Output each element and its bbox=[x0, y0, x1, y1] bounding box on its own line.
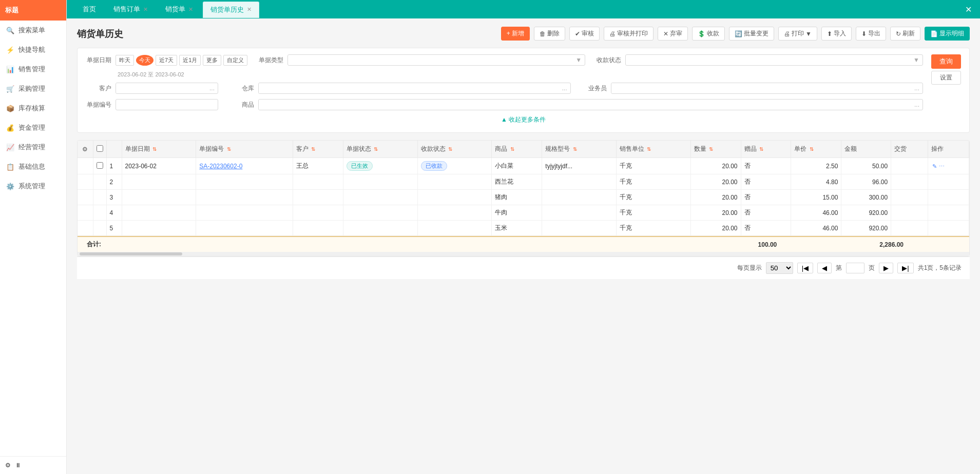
tab-sales-delivery-label: 销货单 bbox=[165, 5, 185, 14]
sidebar-item-purchase[interactable]: 🛒 采购管理 bbox=[0, 79, 66, 98]
review-print-button[interactable]: 🖨 审核并打印 bbox=[604, 27, 654, 41]
more-action[interactable]: ⋯ bbox=[939, 163, 945, 169]
abandon-button[interactable]: ✕ 弃审 bbox=[658, 27, 688, 41]
salesman-input[interactable] bbox=[611, 83, 911, 93]
tab-sales-history-close[interactable]: ✕ bbox=[247, 6, 252, 13]
page-first-btn[interactable]: |◀ bbox=[797, 263, 813, 273]
scrollbar-thumb[interactable] bbox=[80, 252, 182, 255]
pause-bottom-icon[interactable]: ⏸ bbox=[15, 462, 21, 469]
edit-action[interactable]: ✎ bbox=[932, 163, 937, 169]
print-dropdown-icon: ▼ bbox=[805, 30, 812, 37]
doc-no-link[interactable]: SA-20230602-0 bbox=[199, 163, 242, 170]
sidebar-item-sales[interactable]: 📊 销售管理 bbox=[0, 60, 66, 79]
row-price: 15.00 bbox=[791, 190, 841, 205]
customer-more-icon[interactable]: ... bbox=[206, 85, 218, 92]
page-last-btn[interactable]: ▶| bbox=[897, 263, 913, 273]
pay-status-label: 收款状态 bbox=[595, 56, 621, 65]
goods-input[interactable] bbox=[259, 100, 911, 110]
col-goods[interactable]: 商品 ⇅ bbox=[492, 141, 542, 158]
tab-sales-order[interactable]: 销售订单 ✕ bbox=[106, 1, 156, 17]
customer-input[interactable] bbox=[116, 83, 206, 93]
review-button[interactable]: ✔ 审核 bbox=[569, 27, 600, 41]
doc-type-input[interactable] bbox=[288, 55, 572, 65]
query-setting-area: 查询 设置 bbox=[931, 54, 961, 85]
horizontal-scrollbar[interactable] bbox=[78, 252, 969, 256]
date-btn-yesterday[interactable]: 昨天 bbox=[116, 55, 134, 66]
salesman-more-icon[interactable]: ... bbox=[911, 85, 923, 92]
collapse-button[interactable]: ▲ 收起更多条件 bbox=[499, 113, 548, 126]
settings-bottom-icon[interactable]: ⚙ bbox=[5, 462, 11, 469]
row-amount: 50.00 bbox=[841, 158, 891, 174]
col-price[interactable]: 单价 ⇅ bbox=[791, 141, 841, 158]
show-detail-icon: 📄 bbox=[930, 30, 938, 37]
sidebar-item-label: 库存核算 bbox=[18, 104, 45, 113]
page-prev-btn[interactable]: ◀ bbox=[817, 263, 832, 273]
per-page-select[interactable]: 50 100 200 bbox=[766, 262, 793, 274]
warehouse-input[interactable] bbox=[259, 83, 559, 93]
row-action: ✎⋯ bbox=[928, 158, 969, 174]
date-btn-1month[interactable]: 近1月 bbox=[179, 55, 201, 66]
footer-total-quantity: 100.00 bbox=[758, 241, 777, 248]
pay-status-input[interactable] bbox=[626, 55, 910, 65]
col-date[interactable]: 单据日期 ⇅ bbox=[122, 141, 196, 158]
sidebar-item-finance[interactable]: 💰 资金管理 bbox=[0, 118, 66, 137]
top-nav: 首页 销售订单 ✕ 销货单 ✕ 销货单历史 ✕ ✕ bbox=[67, 0, 980, 18]
col-pay-status[interactable]: 收款状态 ⇅ bbox=[417, 141, 492, 158]
sidebar-bottom: ⚙ ⏸ bbox=[0, 456, 66, 474]
row-goods: 小白菜 bbox=[492, 158, 542, 174]
doc-no-label: 单据编号 bbox=[86, 101, 111, 109]
row-pay-status: 已收款 bbox=[417, 158, 492, 174]
sidebar-item-search[interactable]: 🔍 搜索菜单 bbox=[0, 21, 66, 40]
col-spec[interactable]: 规格型号 ⇅ bbox=[542, 141, 617, 158]
row-spec bbox=[542, 205, 617, 221]
col-doc-no[interactable]: 单据编号 ⇅ bbox=[196, 141, 293, 158]
filter-panel: 单据日期 昨天 今天 近7天 近1月 更多 自定义 单据类型 bbox=[77, 48, 970, 133]
query-button[interactable]: 查询 bbox=[931, 54, 961, 69]
col-settings[interactable]: ⚙ bbox=[78, 141, 93, 158]
sidebar-item-basic-info[interactable]: 📋 基础信息 bbox=[0, 157, 66, 176]
tab-sales-history[interactable]: 销货单历史 ✕ bbox=[203, 2, 259, 18]
row-date bbox=[122, 205, 196, 221]
import-button[interactable]: ⬆ 导入 bbox=[821, 27, 852, 41]
batch-change-button[interactable]: 🔄 批量变更 bbox=[729, 27, 774, 41]
setting-button[interactable]: 设置 bbox=[931, 71, 961, 85]
tab-sales-order-close[interactable]: ✕ bbox=[143, 6, 148, 13]
date-btn-today[interactable]: 今天 bbox=[136, 55, 153, 66]
doc-no-input[interactable] bbox=[116, 99, 218, 110]
print-button[interactable]: 🖨 打印 ▼ bbox=[778, 27, 817, 41]
col-gift-sort: ⇅ bbox=[759, 146, 763, 152]
doc-type-dropdown[interactable]: ▼ bbox=[572, 56, 585, 64]
col-qty[interactable]: 数量 ⇅ bbox=[690, 141, 741, 158]
select-all-checkbox[interactable] bbox=[97, 145, 103, 152]
col-doc-status[interactable]: 单据状态 ⇅ bbox=[343, 141, 418, 158]
col-gift[interactable]: 赠品 ⇅ bbox=[741, 141, 791, 158]
sidebar-item-quick-nav[interactable]: ⚡ 快捷导航 bbox=[0, 40, 66, 60]
delete-button[interactable]: 🗑 删除 bbox=[534, 27, 565, 41]
row-pay-status bbox=[417, 205, 492, 221]
col-unit[interactable]: 销售单位 ⇅ bbox=[616, 141, 690, 158]
per-page-label: 每页显示 bbox=[737, 264, 762, 272]
sidebar-item-ops[interactable]: 📈 经营管理 bbox=[0, 137, 66, 157]
tab-sales-delivery[interactable]: 销货单 ✕ bbox=[158, 1, 201, 17]
row-checkbox[interactable] bbox=[97, 162, 103, 169]
tab-home[interactable]: 首页 bbox=[75, 1, 104, 17]
close-all-tabs[interactable]: ✕ bbox=[965, 5, 972, 14]
refresh-button[interactable]: ↻ 刷新 bbox=[890, 27, 920, 41]
date-btn-more[interactable]: 更多 bbox=[203, 55, 221, 66]
tab-sales-delivery-close[interactable]: ✕ bbox=[188, 6, 193, 13]
export-button[interactable]: ⬇ 导出 bbox=[856, 27, 886, 41]
data-table: ⚙ 单据日期 ⇅ 单据编号 ⇅ bbox=[78, 141, 969, 236]
sidebar-item-stock[interactable]: 📦 库存核算 bbox=[0, 98, 66, 118]
new-button[interactable]: + 新增 bbox=[501, 27, 530, 41]
date-btn-custom[interactable]: 自定义 bbox=[223, 55, 247, 66]
page-next-btn[interactable]: ▶ bbox=[879, 263, 893, 273]
warehouse-more-icon[interactable]: ... bbox=[559, 85, 570, 92]
sidebar-item-sys-mgmt[interactable]: ⚙️ 系统管理 bbox=[0, 176, 66, 196]
col-customer[interactable]: 客户 ⇅ bbox=[293, 141, 343, 158]
show-detail-button[interactable]: 📄 显示明细 bbox=[925, 27, 970, 41]
page-number-input[interactable]: 1 bbox=[846, 263, 864, 273]
collect-button[interactable]: 💲 收款 bbox=[692, 27, 725, 41]
goods-more-icon[interactable]: ... bbox=[911, 101, 923, 108]
date-btn-7days[interactable]: 近7天 bbox=[156, 55, 177, 66]
pay-status-dropdown[interactable]: ▼ bbox=[910, 56, 923, 64]
